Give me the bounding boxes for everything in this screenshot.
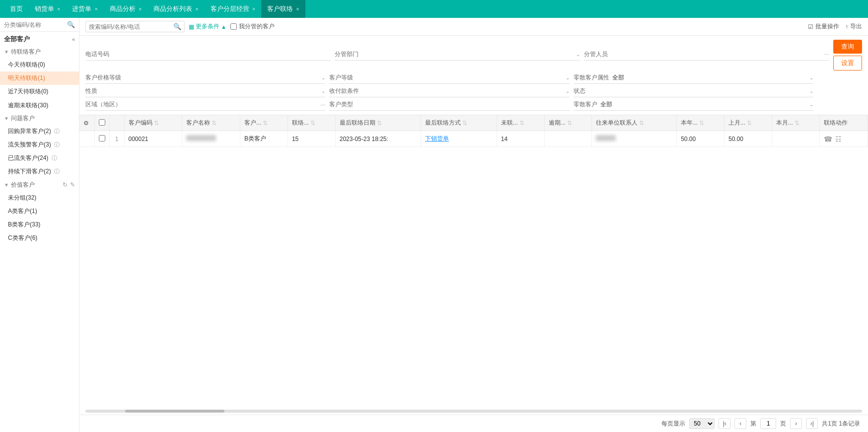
nav-close-icon[interactable]: × xyxy=(252,6,255,12)
table-row: 1 000021 B类客户 15 xyxy=(79,131,868,147)
chevron-down-icon[interactable]: ⌄ xyxy=(809,102,813,107)
th-contact-person[interactable]: 往来单位联系人 ⇅ xyxy=(592,115,677,131)
cell-no-contact: 14 xyxy=(497,131,544,147)
per-page-select[interactable]: 50 100 200 xyxy=(689,418,715,429)
sidebar-item-b-class[interactable]: B类客户(33) xyxy=(0,218,79,231)
sidebar-item-ungrouped[interactable]: 未分组(32) xyxy=(0,191,79,205)
sort-icon: ⇅ xyxy=(263,120,268,127)
sidebar-item-churned[interactable]: 已流失客户(24) ⓘ xyxy=(0,151,79,165)
chevron-down-icon[interactable]: ⌄ xyxy=(809,88,813,94)
group-arrow-icon: ▼ xyxy=(4,116,9,121)
more-icon[interactable]: ··· xyxy=(320,101,325,108)
sort-icon: ⇅ xyxy=(639,120,644,127)
all-customers-header[interactable]: 全部客户 « xyxy=(0,32,79,46)
chevron-down-icon[interactable]: ⌄ xyxy=(809,75,813,80)
sidebar-item-tomorrow-contact[interactable]: 明天待联络(1) xyxy=(0,72,79,85)
sidebar-item-today-contact[interactable]: 今天待联络(0) xyxy=(0,58,79,72)
chevron-up-icon: ▲ xyxy=(221,24,226,30)
cell-action: ☎ ☷ xyxy=(819,131,868,147)
page-input[interactable] xyxy=(760,418,776,429)
nav-sales-order[interactable]: 销货单 × xyxy=(29,0,66,18)
cell-this-month xyxy=(772,131,819,147)
phone-action-icon[interactable]: ☎ xyxy=(824,135,832,143)
sidebar-item-a-class[interactable]: A类客户(1) xyxy=(0,205,79,218)
select-all-checkbox[interactable] xyxy=(99,119,105,126)
nav-close-icon[interactable]: × xyxy=(195,6,198,12)
refresh-icon[interactable]: ↻ xyxy=(63,181,68,188)
th-contact[interactable]: 联络... ⇅ xyxy=(288,115,335,131)
filter-customer-price-level: 客户价格等级 ⌄ xyxy=(85,73,325,84)
nav-customer-contact[interactable]: 客户联络 × xyxy=(261,0,305,18)
th-this-month[interactable]: 本月... ⇅ xyxy=(772,115,819,131)
settings-gear-icon[interactable]: ⚙ xyxy=(83,120,89,127)
nav-close-icon[interactable]: × xyxy=(296,6,299,12)
nav-close-icon[interactable]: × xyxy=(57,6,60,12)
export-button[interactable]: ↑ 导出 xyxy=(845,22,862,31)
all-customers-label: 全部客户 xyxy=(4,35,30,44)
filter-retail-attr: 零散客户属性 全部 ⌄ xyxy=(574,73,813,84)
more-conditions-button[interactable]: ▦ 更多条件 ▲ xyxy=(189,22,226,31)
chevron-down-icon[interactable]: ⌄ xyxy=(576,52,580,57)
th-overdue[interactable]: 逾期... ⇅ xyxy=(544,115,592,131)
my-customers-checkbox[interactable] xyxy=(230,23,237,30)
edit-icon[interactable]: ✎ xyxy=(70,181,75,188)
first-page-button[interactable]: |‹ xyxy=(719,418,730,429)
scrollbar-container xyxy=(79,408,868,415)
last-page-button[interactable]: ›| xyxy=(806,418,818,429)
filter-search-icon[interactable]: 🔍 xyxy=(173,23,181,30)
th-name[interactable]: 客户名称 ⇅ xyxy=(182,115,240,131)
sidebar-item-c-class[interactable]: C类客户(6) xyxy=(0,231,79,245)
row-checkbox[interactable] xyxy=(99,135,105,142)
cell-contact: 15 xyxy=(288,131,335,147)
filter-search-input[interactable] xyxy=(89,23,173,30)
filter-region: 区域（地区） ··· xyxy=(85,100,325,111)
group-arrow-icon: ▼ xyxy=(4,49,9,55)
horizontal-scrollbar[interactable] xyxy=(85,410,862,413)
scrollbar-thumb[interactable] xyxy=(125,410,224,413)
nav-close-icon[interactable]: × xyxy=(139,6,142,12)
batch-op-button[interactable]: ☑ 批量操作 xyxy=(808,22,839,31)
filter-payment: 收付款条件 ⌄ xyxy=(329,87,569,97)
total-label: 共1页 1条记录 xyxy=(822,420,860,428)
more-icon[interactable]: ··· xyxy=(824,51,829,58)
settings-button[interactable]: 设置 xyxy=(833,56,862,71)
grid-action-icon[interactable]: ☷ xyxy=(835,135,842,143)
sort-icon: ⇅ xyxy=(747,120,752,127)
th-type[interactable]: 客户... ⇅ xyxy=(240,115,288,131)
sidebar-item-declining[interactable]: 持续下滑客户(2) ⓘ xyxy=(0,165,79,178)
th-code[interactable]: 客户编码 ⇅ xyxy=(124,115,182,131)
sidebar-item-churn-warning[interactable]: 流失预警客户(3) ⓘ xyxy=(0,138,79,151)
nav-purchase-order[interactable]: 进货单 × xyxy=(66,0,103,18)
sort-icon: ⇅ xyxy=(519,120,524,127)
nav-close-icon[interactable]: × xyxy=(94,6,97,12)
query-button[interactable]: 查询 xyxy=(833,40,862,54)
th-last-month[interactable]: 上月... ⇅ xyxy=(724,115,772,131)
chevron-down-icon[interactable]: ⌄ xyxy=(321,75,325,80)
th-last-method[interactable]: 最后联络方式 ⇅ xyxy=(421,115,497,131)
th-last-date[interactable]: 最后联络日期 ⇅ xyxy=(335,115,421,131)
filter-gender: 性质 ⌄ xyxy=(85,87,325,97)
sidebar-item-abnormal-repurchase[interactable]: 回购异常客户(2) ⓘ xyxy=(0,125,79,138)
sort-icon: ⇅ xyxy=(699,120,704,127)
nav-product-analysis[interactable]: 商品分析 × xyxy=(104,0,147,18)
th-this-year[interactable]: 本年... ⇅ xyxy=(677,115,724,131)
chevron-down-icon[interactable]: ⌄ xyxy=(566,88,570,94)
sidebar-item-7days-contact[interactable]: 近7天待联络(0) xyxy=(0,85,79,98)
nav-product-analysis-list[interactable]: 商品分析列表 × xyxy=(147,0,204,18)
sidebar-search-icon[interactable]: 🔍 xyxy=(67,21,75,28)
nav-customer-tier[interactable]: 客户分层经营 × xyxy=(205,0,261,18)
sort-icon: ⇅ xyxy=(212,120,217,127)
prev-page-button[interactable]: ‹ xyxy=(734,418,746,429)
sidebar-search-input[interactable] xyxy=(4,21,67,28)
nav-home[interactable]: 首页 xyxy=(4,0,29,18)
sidebar-item-overdue-contact[interactable]: 逾期未联络(30) xyxy=(0,99,79,112)
filter-search-container: 🔍 xyxy=(85,21,185,32)
chevron-down-icon[interactable]: ⌄ xyxy=(566,75,570,80)
next-page-button[interactable]: › xyxy=(790,418,802,429)
info-icon: ⓘ xyxy=(52,155,57,161)
th-no-contact[interactable]: 未联... ⇅ xyxy=(497,115,544,131)
action-icons: ☎ ☷ xyxy=(824,135,864,143)
chevron-down-icon[interactable]: ⌄ xyxy=(321,88,325,94)
th-gear: ⚙ xyxy=(79,115,94,131)
my-customers-checkbox-label[interactable]: 我分管的客户 xyxy=(230,22,275,31)
